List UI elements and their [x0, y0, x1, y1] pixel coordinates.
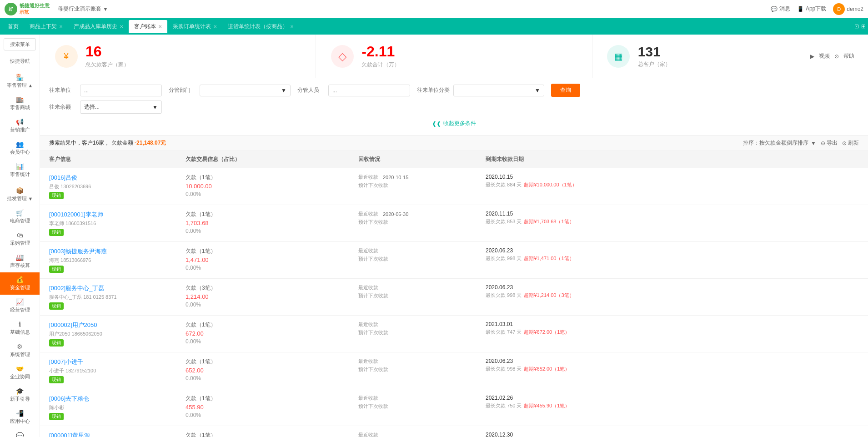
debt-ratio-5: 0.00% — [186, 375, 358, 382]
sidebar-item-sys[interactable]: ⚙ 系统管理 — [0, 339, 40, 362]
customer-cell-4: [000002]用户2050 用户2050 18665062050 现销 — [49, 321, 186, 347]
customer-name-6[interactable]: [0006]去下粮仓 — [49, 395, 186, 403]
payment-label-4: 最近收款 — [358, 321, 378, 328]
stats-row: ¥ 16 总欠款客户（家） ◇ -2.11 欠款合计（万） — [40, 35, 868, 78]
debt-amount-0[interactable]: 10,000.00 — [186, 183, 358, 190]
payment-label-2: 最近收款 — [358, 247, 378, 254]
unit-class-input[interactable]: ▼ — [453, 85, 544, 96]
table-row: [000002]用户2050 用户2050 18665062050 现销 欠款（… — [40, 316, 868, 352]
sidebar-item-enterprise-collab[interactable]: 🤝 企业协同 — [0, 362, 40, 384]
sidebar-item-ecom[interactable]: 🛒 电商管理 — [0, 206, 40, 228]
tab-products[interactable]: 商品上下架 ✕ — [24, 20, 68, 33]
quick-nav-btn[interactable]: 快捷导航 — [0, 54, 40, 68]
customer-contact-2: 海燕 18513066976 — [49, 257, 186, 264]
tab-home[interactable]: 首页 — [2, 20, 24, 33]
payment-cell-3: 最近收款 预计下次收款 — [358, 284, 486, 310]
overdue-amount-5[interactable]: 超期¥652.00（1笔） — [524, 366, 570, 372]
overdue-amount-1[interactable]: 超期¥1,703.68（1笔） — [524, 218, 574, 225]
refresh-btn[interactable]: ⊙ 刷新 — [842, 139, 859, 147]
overdue-days-0: 最长欠款 884 天 — [486, 181, 522, 188]
customer-cell-7: [000001]黄思源 黄思源 13552700226 现销 — [49, 432, 186, 437]
sys-label: 系统管理 — [10, 351, 30, 358]
customer-name-5[interactable]: [0007]小进千 — [49, 358, 186, 366]
close-customer-account-icon[interactable]: ✕ — [158, 24, 162, 29]
debt-amount-1[interactable]: 1,703.68 — [186, 220, 358, 226]
sidebar-item-retail-store[interactable]: 🏬 零售商城 — [0, 92, 40, 115]
search-menu-btn[interactable]: 搜索菜单 — [4, 38, 36, 50]
query-button[interactable]: 查询 — [551, 84, 580, 97]
sidebar-item-ops[interactable]: 📈 经营管理 — [0, 295, 40, 317]
sidebar-item-purchase[interactable]: 🛍 采购管理 — [0, 228, 40, 250]
close-products-icon[interactable]: ✕ — [59, 24, 63, 29]
export-btn[interactable]: ⊙ 导出 — [821, 139, 838, 147]
overdue-date-6: 2021.02.26 — [486, 395, 859, 401]
overdue-amount-4[interactable]: 超期¥672.00（1笔） — [524, 329, 570, 336]
customer-cell-3: [0002]服务中心_丁磊 服务中心_丁磊 181 0125 8371 现销 — [49, 284, 186, 310]
tab-bar-right: ⊡ ⊞ — [854, 23, 866, 30]
balance-select[interactable]: 选择... ▼ — [80, 100, 162, 114]
customer-name-3[interactable]: [0002]服务中心_丁磊 — [49, 284, 186, 292]
user-area[interactable]: D demo2 — [833, 3, 863, 15]
dept-label: 分管部门 — [169, 86, 196, 94]
sidebar-item-retail-mgmt[interactable]: 🏪 零售管理 ▲ — [0, 70, 40, 92]
tab-production[interactable]: 产成品入库单历史 ✕ — [68, 20, 129, 33]
retail-stat-label: 零售统计 — [10, 171, 30, 178]
payment-next-5: 预计下次收款 — [358, 366, 486, 373]
basic-icon: ℹ — [19, 321, 21, 328]
customer-tag-3: 现销 — [49, 302, 64, 310]
overdue-days-1: 最长欠款 853 天 — [486, 218, 522, 225]
debt-ratio-1: 0.00% — [186, 228, 358, 234]
customer-name-4[interactable]: [000002]用户2050 — [49, 321, 186, 329]
sidebar-item-enterprise-wechat[interactable]: 💬 企业微信 — [0, 428, 40, 437]
tab-minimize-icon[interactable]: ⊡ — [854, 23, 859, 30]
debt-amount-2[interactable]: 1,471.00 — [186, 256, 358, 263]
customer-name-0[interactable]: [0016]吕俊 — [49, 174, 186, 182]
sidebar-item-marketing[interactable]: 📢 营销推广 — [0, 115, 40, 137]
newbie-icon: 🎓 — [16, 387, 24, 395]
industry-selector[interactable]: 母婴行业演示账套 ▼ — [54, 4, 112, 14]
debt-amount-5[interactable]: 652.00 — [186, 367, 358, 374]
sidebar-item-basic[interactable]: ℹ 基础信息 — [0, 317, 40, 339]
customer-name-1[interactable]: [0001020001]李老师 — [49, 211, 186, 219]
overdue-cell-1: 2020.11.15 最长欠款 853 天 超期¥1,703.68（1笔） — [486, 211, 859, 236]
stat-card-2: ◇ -2.11 欠款合计（万） — [316, 35, 592, 78]
filter-unit-class: 往来单位分类 ▼ — [417, 85, 544, 96]
app-download-btn[interactable]: 📱 App下载 — [797, 5, 826, 13]
close-production-icon[interactable]: ✕ — [120, 24, 123, 29]
sidebar-item-app-center[interactable]: 📲 应用中心 — [0, 406, 40, 428]
source-unit-input[interactable]: ... — [80, 85, 162, 96]
sidebar-item-retail-stat[interactable]: 📊 零售统计 — [0, 159, 40, 181]
tab-stock-stat[interactable]: 进货单统计表（按商品） ✕ — [222, 20, 299, 33]
overdue-cell-0: 2020.10.15 最长欠款 884 天 超期¥10,000.00（1笔） — [486, 174, 859, 199]
sort-selector[interactable]: 排序：按欠款金额倒序排序 ▼ — [743, 139, 816, 147]
sidebar-search-area: 搜索菜单 — [0, 35, 40, 54]
dept-input[interactable]: ▼ — [200, 85, 291, 96]
debt-amount-3[interactable]: 1,214.00 — [186, 293, 358, 300]
tab-maximize-icon[interactable]: ⊞ — [861, 23, 866, 30]
overdue-amount-2[interactable]: 超期¥1,471.00（1笔） — [524, 255, 574, 262]
overdue-amount-3[interactable]: 超期¥1,214.00（3笔） — [524, 292, 574, 299]
sidebar-item-member[interactable]: 👥 会员中心 — [0, 137, 40, 159]
sidebar-item-batch-mgmt[interactable]: 📦 批发管理 ▼ — [0, 183, 40, 206]
tab-customer-account[interactable]: 客户账本 ✕ — [129, 20, 167, 33]
tab-purchase-order[interactable]: 采购订单统计表 ✕ — [167, 20, 222, 33]
message-btn[interactable]: 💬 消息 — [771, 5, 790, 13]
avatar: D — [833, 3, 845, 15]
close-stock-stat-icon[interactable]: ✕ — [290, 24, 294, 29]
overdue-amount-0[interactable]: 超期¥10,000.00（1笔） — [524, 181, 577, 188]
close-purchase-order-icon[interactable]: ✕ — [213, 24, 217, 29]
retail-stat-icon: 📊 — [16, 163, 24, 170]
building-icon: ▦ — [607, 45, 630, 68]
view-label: 视频 — [819, 52, 830, 60]
customer-name-2[interactable]: [0003]畅捷服务尹海燕 — [49, 247, 186, 256]
sidebar-item-newbie[interactable]: 🎓 新手引导 — [0, 384, 40, 406]
debt-amount-6[interactable]: 455.90 — [186, 404, 358, 411]
sidebar-item-inventory[interactable]: 🏭 库存核算 — [0, 250, 40, 272]
manager-input[interactable]: ... — [328, 85, 410, 96]
result-summary: 搜索结果中，客户16家 — [49, 140, 104, 146]
customer-name-7[interactable]: [000001]黄思源 — [49, 432, 186, 437]
overdue-amount-6[interactable]: 超期¥455.90（1笔） — [524, 402, 570, 409]
debt-amount-4[interactable]: 672.00 — [186, 330, 358, 337]
collapse-btn[interactable]: ❰❰ 收起更多条件 — [49, 117, 859, 130]
sidebar-item-capital[interactable]: 💰 资金管理 — [0, 272, 40, 295]
